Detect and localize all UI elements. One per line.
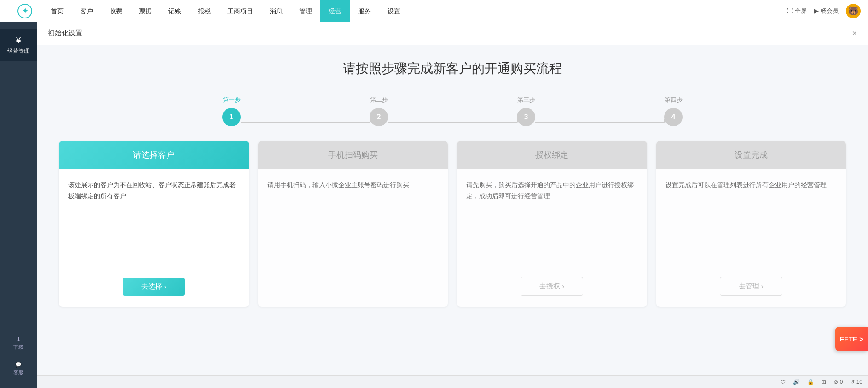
card-2-body: 请用手机扫码，输入小微企业主账号密码进行购买 [258,169,448,288]
step-3: 第三步 3 [517,96,535,126]
nav-manage[interactable]: 管理 [291,0,320,22]
card-4-body: 设置完成后可以在管理列表进行所有企业用户的经营管理 [656,169,846,270]
support-icon: 💬 [15,362,22,368]
go-authorize-button[interactable]: 去授权 › [521,277,583,296]
page-title: 初始化设置 [48,29,82,38]
nav-message[interactable]: 消息 [261,0,291,22]
app-logo[interactable]: ✦ [7,4,42,18]
step-4: 第四步 4 [664,96,683,126]
lock-icon: 🔒 [807,379,814,385]
status-count-0: ⊘ 0 [833,379,843,385]
nav-tax[interactable]: 报税 [190,0,219,22]
close-button[interactable]: × [852,29,857,38]
nav-menu: 首页 客户 收费 票据 记账 报税 工商项目 消息 管理 经营 服务 设置 [42,0,787,22]
step-3-label: 第三步 [517,96,535,104]
card-3-footer: 去授权 › [457,270,647,307]
card-1-header: 请选择客户 [59,141,249,169]
step-card-2: 手机扫码购买 请用手机扫码，输入小微企业主账号密码进行购买 [258,141,448,307]
fullscreen-button[interactable]: ⛶ 全屏 [787,7,807,15]
go-manage-button[interactable]: 去管理 › [720,277,782,296]
card-4-header: 设置完成 [656,141,846,169]
connector-2-3 [388,122,517,123]
step-card-1: 请选择客户 该处展示的客户为不在回收站、客户状态正常建账后完成老板端绑定的所有客… [59,141,249,307]
sidebar-bottom: ⬇ 下载 💬 客服 [0,332,37,388]
nav-operation[interactable]: 经营 [320,0,350,22]
step-cards: 请选择客户 该处展示的客户为不在回收站、客户状态正常建账后完成老板端绑定的所有客… [59,141,846,307]
svg-text:✦: ✦ [22,7,29,15]
step-1-label: 第一步 [223,96,241,104]
go-select-button[interactable]: 去选择 › [123,278,185,296]
nav-bills[interactable]: 票据 [131,0,160,22]
steps-timeline: 第一步 1 第二步 2 第三步 3 [59,96,846,126]
setup-content: 请按照步骤完成新客户的开通购买流程 第一步 1 第二步 2 第三步 [37,45,868,322]
nav-home[interactable]: 首页 [42,0,72,22]
card-4-footer: 去管理 › [656,270,846,307]
user-avatar[interactable]: 🐻 [846,4,861,18]
card-3-body: 请先购买，购买后选择开通的产品中的企业用户进行授权绑定，成功后即可进行经营管理 [457,169,647,270]
step-3-circle: 3 [517,108,535,126]
connector-3-4 [535,122,664,123]
top-navigation: ✦ 首页 客户 收费 票据 记账 报税 工商项目 消息 管理 经营 服务 设置 … [0,0,868,22]
card-1-body: 该处展示的客户为不在回收站、客户状态正常建账后完成老板端绑定的所有客户 [59,169,249,270]
grid-icon: ⊞ [822,379,826,385]
card-1-footer: 去选择 › [59,270,249,307]
card-2-header: 手机扫码购买 [258,141,448,169]
setup-heading: 请按照步骤完成新客户的开通购买流程 [59,60,846,77]
nav-fees[interactable]: 收费 [101,0,131,22]
sidebar-download[interactable]: ⬇ 下载 [0,332,37,355]
status-bar: ▶ 完成 🛡 🔊 🔒 ⊞ ⊘ 0 ↺ 10 [0,375,868,388]
card-3-header: 授权绑定 [457,141,647,169]
nav-accounting[interactable]: 记账 [160,0,190,22]
sidebar-support[interactable]: 💬 客服 [0,357,37,381]
page-header: 初始化设置 × [37,22,868,45]
download-icon: ⬇ [17,336,21,342]
nav-settings[interactable]: 设置 [379,0,409,22]
operation-icon: ¥ [16,35,21,46]
main-content: 初始化设置 × 请按照步骤完成新客户的开通购买流程 第一步 1 第二步 2 [37,22,868,388]
volume-icon: 🔊 [793,379,800,385]
nav-biz[interactable]: 工商项目 [219,0,261,22]
status-count-10: ↺ 10 [850,379,862,385]
fullscreen-icon: ⛶ [787,7,793,14]
card-2-footer [258,288,448,307]
step-4-label: 第四步 [665,96,683,104]
step-2: 第二步 2 [370,96,388,126]
step-1: 第一步 1 [222,96,241,126]
step-card-3: 授权绑定 请先购买，购买后选择开通的产品中的企业用户进行授权绑定，成功后即可进行… [457,141,647,307]
step-card-4: 设置完成 设置完成后可以在管理列表进行所有企业用户的经营管理 去管理 › [656,141,846,307]
nav-customer[interactable]: 客户 [72,0,101,22]
sidebar: ¥ 经营管理 ⬇ 下载 💬 客服 [0,22,37,388]
sidebar-item-operation[interactable]: ¥ 经营管理 [0,29,37,61]
step-4-circle: 4 [664,108,683,126]
nav-service[interactable]: 服务 [350,0,379,22]
member-button[interactable]: ▶ 畅会员 [814,7,839,15]
nav-right-actions: ⛶ 全屏 ▶ 畅会员 🐻 [787,4,861,18]
step-2-label: 第二步 [370,96,388,104]
connector-1-2 [241,122,370,123]
step-2-circle: 2 [370,108,388,126]
fete-promo-badge[interactable]: FETE > [835,327,868,351]
play-icon: ▶ [814,7,819,14]
step-1-circle: 1 [222,108,241,126]
shield-icon: 🛡 [780,379,786,385]
status-right: 🛡 🔊 🔒 ⊞ ⊘ 0 ↺ 10 [780,379,862,385]
